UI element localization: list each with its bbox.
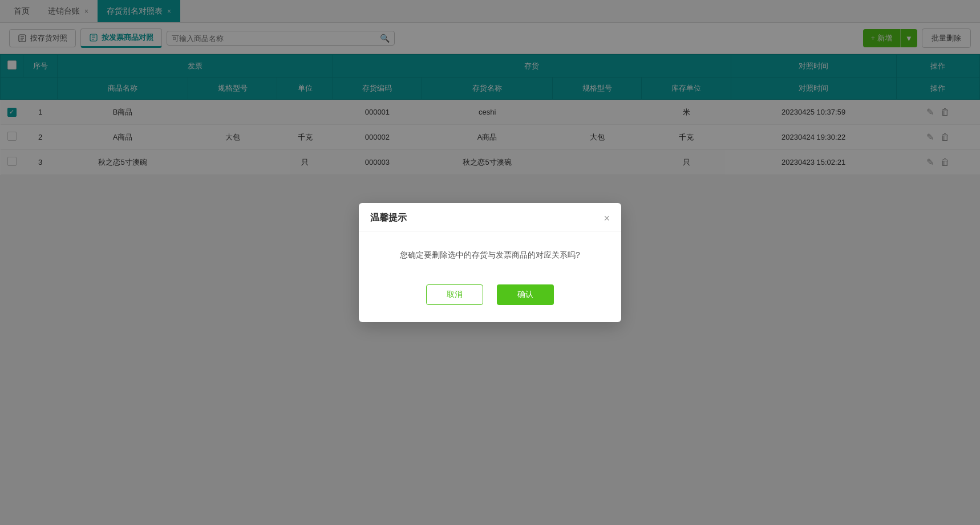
dialog-overlay: 温馨提示 × 您确定要删除选中的存货与发票商品的对应关系吗? 取消 确认: [0, 0, 980, 175]
